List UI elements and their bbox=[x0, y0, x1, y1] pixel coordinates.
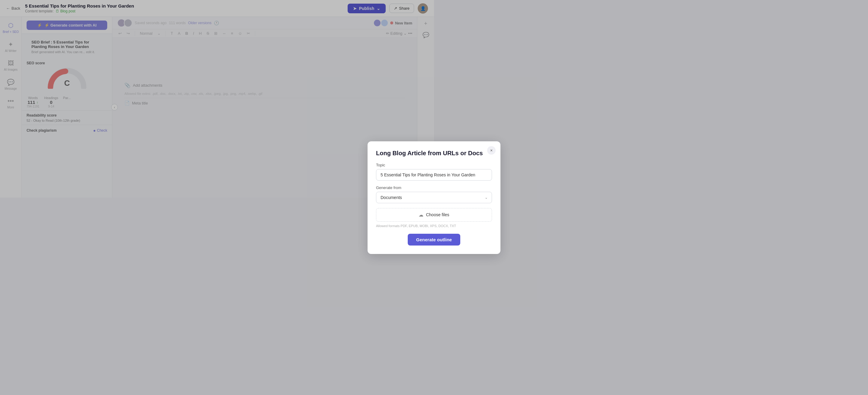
generate-from-select[interactable]: Documents URLs bbox=[376, 192, 434, 198]
modal-dialog: × Long Blog Article from URLs or Docs To… bbox=[368, 141, 434, 198]
modal-title: Long Blog Article from URLs or Docs bbox=[376, 150, 434, 157]
generate-from-wrapper: Documents URLs ⌄ bbox=[376, 192, 434, 198]
topic-label: Topic bbox=[376, 163, 434, 167]
modal-overlay[interactable]: × Long Blog Article from URLs or Docs To… bbox=[0, 0, 434, 198]
generate-from-label: Generate from bbox=[376, 185, 434, 190]
topic-input[interactable] bbox=[376, 169, 434, 181]
